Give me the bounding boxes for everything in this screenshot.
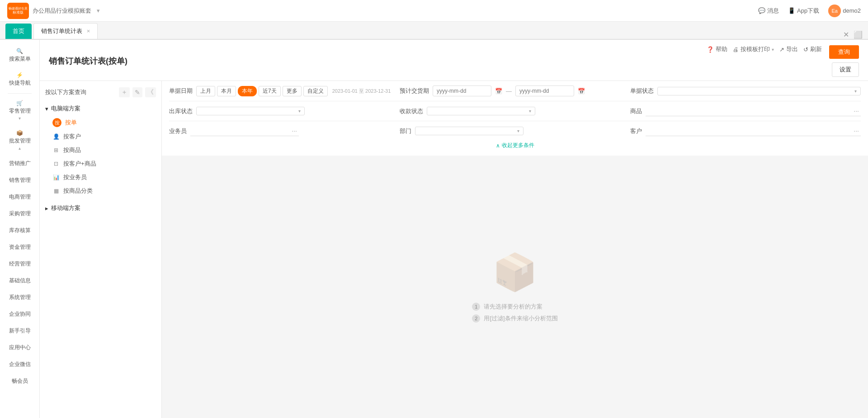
message-button[interactable]: 💬 消息 — [758, 7, 779, 15]
receipt-status-cell: 收款状态 ▾ — [400, 106, 630, 116]
customer-cell: 客户 ··· — [630, 126, 861, 136]
date-btn-last-month[interactable]: 上月 — [196, 86, 215, 96]
logo-text: 畅捷通好生意 标准版 — [9, 6, 28, 15]
print-arrow-icon: ▾ — [772, 47, 774, 52]
sidebar-item-shortcuts[interactable]: ⚡ 快捷导航 — [0, 67, 39, 91]
retail-arrow-icon: ▾ — [19, 116, 21, 121]
scheme-item-by-salesman[interactable]: 📊 按业务员 — [40, 171, 161, 184]
sidebar-item-purchase[interactable]: 采购管理 — [0, 205, 39, 222]
salesman-cell: 业务员 ··· — [169, 126, 400, 136]
app-download-button[interactable]: 📱 App下载 — [788, 7, 819, 15]
edit-scheme-button[interactable]: ✎ — [132, 87, 142, 97]
sidebar-item-wholesale[interactable]: 📦 批发管理 ▴ — [0, 125, 39, 155]
date-btn-7days[interactable]: 近7天 — [259, 86, 281, 96]
page-actions-right: 查询 设置 — [829, 45, 859, 77]
sidebar-item-sales[interactable]: 销售管理 — [0, 172, 39, 189]
sidebar-item-apps[interactable]: 应用中心 — [0, 339, 39, 356]
salesman-dots-icon[interactable]: ··· — [292, 127, 297, 134]
date-dash: — — [506, 88, 512, 95]
sidebar-item-marketing[interactable]: 营销推广 — [0, 155, 39, 172]
sidebar-item-member[interactable]: 畅会员 — [0, 373, 39, 390]
receipt-select[interactable]: ▾ — [427, 107, 535, 115]
sidebar-item-enterprise[interactable]: 企业协同 — [0, 306, 39, 323]
sidebar-item-basic[interactable]: 基础信息 — [0, 272, 39, 289]
topbar-title: 办公用品行业模拟账套 — [33, 7, 91, 15]
help-button[interactable]: ❓ 帮助 — [707, 45, 727, 53]
collapse-panel-button[interactable]: 《 — [145, 87, 156, 97]
date-btn-custom[interactable]: 自定义 — [303, 86, 328, 96]
sidebar-item-search[interactable]: 🔍 搜索菜单 — [0, 43, 39, 67]
delivery-date-label: 预计交货期 — [400, 87, 429, 95]
content-area: 销售订单统计表(按单) ❓ 帮助 🖨 按模板打印 ▾ ↗ 导出 — [40, 40, 868, 418]
sidebar-item-inventory[interactable]: 库存核算 — [0, 222, 39, 239]
tip-num-1: 1 — [472, 303, 480, 311]
scheme-item-by-goods[interactable]: ⊞ 按商品 — [40, 143, 161, 157]
empty-illustration: 📦 — [492, 251, 538, 294]
empty-tip-2: 2 用[过滤]条件来缩小分析范围 — [472, 314, 557, 323]
sidebar-item-ecommerce[interactable]: 电商管理 — [0, 189, 39, 205]
add-scheme-button[interactable]: ＋ — [119, 87, 130, 97]
user-menu[interactable]: Ea demo2 — [828, 5, 861, 17]
collapse-button[interactable]: ∧ 收起更多条件 — [496, 142, 534, 149]
sidebar-item-finance[interactable]: 资金管理 — [0, 239, 39, 256]
print-button[interactable]: 🖨 按模板打印 ▾ — [733, 45, 774, 53]
scheme-item-by-customer[interactable]: 👤 按客户 — [40, 130, 161, 143]
sidebar-item-newbie[interactable]: 新手引导 — [0, 323, 39, 339]
tab-close-icon[interactable]: × — [87, 28, 90, 34]
empty-tip-1: 1 请先选择要分析的方案 — [472, 303, 557, 311]
goods-cell: 商品 ··· — [630, 106, 861, 116]
search-icon: 🔍 — [16, 48, 23, 54]
tip-num-2: 2 — [472, 314, 480, 323]
shipment-select[interactable]: ▾ — [196, 107, 305, 115]
scheme-item-by-customer-goods[interactable]: ⊡ 按客户+商品 — [40, 157, 161, 171]
scheme-group-pc: ▾ 电脑端方案 按 按单 👤 按客户 ⊞ — [40, 100, 161, 200]
date-btn-this-year[interactable]: 本年 — [238, 86, 257, 96]
sidebar-divider — [8, 93, 31, 94]
page-header-actions: ❓ 帮助 🖨 按模板打印 ▾ ↗ 导出 ↺ 刷新 — [707, 45, 822, 53]
active-scheme-dot: 按 — [52, 118, 61, 127]
sidebar-item-operation[interactable]: 经营管理 — [0, 256, 39, 272]
close-window-icon[interactable]: ✕ — [843, 30, 849, 39]
setting-button[interactable]: 设置 — [832, 62, 859, 77]
scheme-item-by-order[interactable]: 按 按单 — [40, 115, 161, 130]
delivery-date-cell: 预计交货期 📅 — 📅 — [400, 86, 630, 96]
delivery-date-from[interactable] — [433, 86, 491, 96]
empty-tips: 1 请先选择要分析的方案 2 用[过滤]条件来缩小分析范围 — [472, 303, 557, 323]
scheme-group-pc-title[interactable]: ▾ 电脑端方案 — [40, 102, 161, 115]
order-status-cell: 单据状态 ▾ — [630, 86, 861, 96]
date-btn-more[interactable]: 更多 — [283, 86, 302, 96]
sidebar: 🔍 搜索菜单 ⚡ 快捷导航 🛒 零售管理 ▾ 📦 批发管理 ▴ 营销推广 销售管… — [0, 40, 40, 418]
date-btn-this-month[interactable]: 本月 — [217, 86, 236, 96]
dept-select[interactable]: ▾ — [415, 127, 524, 135]
left-panel: 按以下方案查询 ＋ ✎ 《 ▾ 电脑端方案 按 — [40, 81, 162, 418]
refresh-button[interactable]: ↺ 刷新 — [803, 45, 822, 53]
sidebar-item-system[interactable]: 系统管理 — [0, 289, 39, 306]
customer-dots-icon[interactable]: ··· — [854, 127, 859, 134]
order-status-select[interactable]: ▾ — [657, 87, 861, 95]
scheme-item-by-category[interactable]: ▦ 按商品分类 — [40, 184, 161, 198]
goods-dots-icon[interactable]: ··· — [854, 107, 859, 114]
goods-label: 商品 — [630, 107, 642, 115]
tabbar: 首页 销售订单统计表 × ✕ ⬜ — [0, 22, 868, 40]
sidebar-item-wechat[interactable]: 企业微信 — [0, 356, 39, 373]
sidebar-item-retail[interactable]: 🛒 零售管理 ▾ — [0, 95, 39, 125]
goods-input[interactable]: ··· — [646, 106, 861, 116]
help-icon: ❓ — [707, 46, 714, 53]
date-shortcuts: 上月 本月 本年 近7天 更多 自定义 — [196, 86, 328, 96]
maximize-window-icon[interactable]: ⬜ — [854, 30, 863, 39]
receipt-label: 收款状态 — [400, 107, 423, 115]
tab-sales-order-stats[interactable]: 销售订单统计表 × — [33, 23, 98, 39]
scheme-group-mobile: ▸ 移动端方案 — [40, 200, 161, 217]
scheme-group-mobile-title[interactable]: ▸ 移动端方案 — [40, 201, 161, 215]
tab-home[interactable]: 首页 — [5, 24, 32, 39]
customer-input[interactable]: ··· — [646, 126, 861, 136]
shipment-status-cell: 出库状态 ▾ — [169, 106, 400, 116]
export-button[interactable]: ↗ 导出 — [779, 45, 798, 53]
customer-goods-icon: ⊡ — [52, 160, 60, 167]
query-button[interactable]: 查询 — [829, 45, 859, 59]
dept-label: 部门 — [400, 127, 411, 135]
salesman-input[interactable]: ··· — [190, 126, 299, 136]
filter-area: 单据日期 上月 本月 本年 近7天 更多 自定义 2023-01-01 至 20… — [162, 81, 868, 156]
dropdown-arrow-icon[interactable]: ▾ — [97, 7, 100, 14]
delivery-date-to[interactable] — [515, 86, 574, 96]
